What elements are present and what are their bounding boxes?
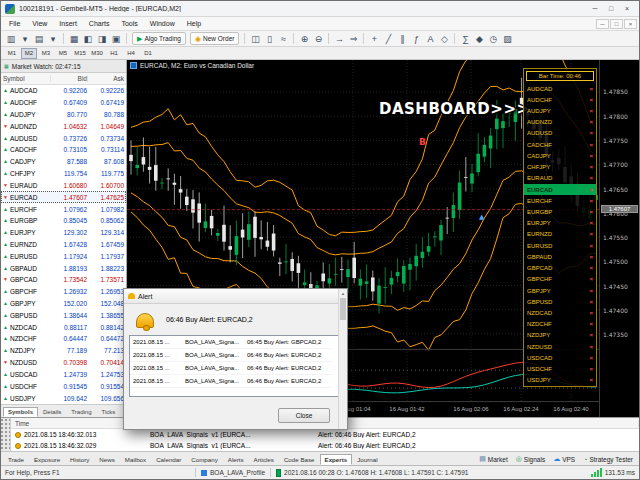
objects-icon[interactable]: ◆	[472, 32, 486, 46]
indicators-icon[interactable]: ∑	[458, 32, 472, 46]
one-click-trading-icon[interactable]	[130, 62, 137, 69]
tab-ticks[interactable]: Ticks	[96, 407, 120, 417]
market-watch-row[interactable]: ▲AUDJPY80.77080.788	[1, 109, 126, 121]
alert-row[interactable]: 2021.08.15 ...BOA_LAVA_Signa...06:46 Buy…	[130, 349, 332, 362]
column-header-message[interactable]: Message	[314, 420, 639, 427]
market-watch-row[interactable]: ▲USDCHF0.915450.91554	[1, 380, 126, 392]
close-icon[interactable]: ×	[589, 288, 593, 294]
navigator-icon[interactable]: ◨	[95, 32, 109, 46]
timeframe-m30[interactable]: M30	[89, 48, 105, 59]
close-icon[interactable]: ×	[589, 377, 593, 383]
dashboard-symbol-row[interactable]: EURNZD×	[524, 229, 596, 240]
timeframe-m5[interactable]: M5	[55, 48, 71, 59]
tab-exposure[interactable]: Exposure	[29, 454, 65, 465]
tab-details[interactable]: Details	[38, 407, 66, 417]
market-watch-row[interactable]: ▼EURCAD1.476071.47625	[1, 191, 126, 203]
market-watch-row[interactable]: ▲EURCHF1.079621.07982	[1, 203, 126, 215]
market-watch-row[interactable]: ▼GBPCAD1.735421.73571	[1, 274, 126, 286]
alert-row[interactable]: 2021.08.15 ...BOA_LAVA_Signa...06:46 Buy…	[130, 362, 332, 375]
close-icon[interactable]: ×	[589, 310, 593, 316]
dashboard-symbol-row[interactable]: CADCHF×	[524, 139, 596, 150]
dashboard-symbol-row[interactable]: GBPCHF×	[524, 274, 596, 285]
tab-trading[interactable]: Trading	[66, 407, 96, 417]
close-icon[interactable]: ×	[589, 119, 593, 125]
toolbox-icon[interactable]: ▣	[109, 32, 123, 46]
price-axis[interactable]: 1.478501.478001.477501.477001.476501.476…	[599, 60, 639, 417]
alert-list-scrollbar[interactable]: ▲	[338, 289, 347, 429]
candle-chart-icon[interactable]: ▯	[262, 32, 276, 46]
timeframe-m15[interactable]: M15	[72, 48, 88, 59]
close-icon[interactable]: ×	[589, 209, 593, 215]
close-icon[interactable]: ×	[589, 254, 593, 260]
alert-row[interactable]: 2021.08.15 ...BOA_LAVA_Signa...06:46 Buy…	[130, 375, 332, 388]
close-icon[interactable]: ×	[589, 164, 593, 170]
close-icon[interactable]: ×	[589, 265, 593, 271]
close-icon[interactable]: ×	[589, 299, 593, 305]
chart-minimize-button[interactable]: ─	[596, 19, 609, 29]
market-watch-row[interactable]: ▲AUDCAD0.922060.92226	[1, 85, 126, 97]
templates-icon[interactable]: ▨	[500, 32, 514, 46]
column-header-symbol[interactable]: Symbol	[3, 75, 50, 82]
dashboard-symbol-row[interactable]: USDJPY×	[524, 375, 596, 386]
market-watch-row[interactable]: ▲USDCAD1.247391.24753	[1, 369, 126, 381]
close-icon[interactable]: ×	[589, 366, 593, 372]
chart-close-button[interactable]: ×	[624, 19, 637, 29]
dashboard-symbol-row[interactable]: EURCHF×	[524, 195, 596, 206]
signals-button[interactable]: ◎Signals	[512, 453, 549, 465]
market-watch-row[interactable]: ▲EURGBP0.850450.85062	[1, 215, 126, 227]
tab-journal[interactable]: Journal	[352, 454, 382, 465]
chart-restore-button[interactable]: □	[610, 19, 623, 29]
market-watch-row[interactable]: ▲GBPAUD1.881931.88223	[1, 262, 126, 274]
market-watch-row[interactable]: ▲GBPUSD1.386441.38655	[1, 309, 126, 321]
dashboard-symbol-row[interactable]: EURGBP×	[524, 206, 596, 217]
algo-trading-button[interactable]: ▶Algo Trading	[132, 32, 186, 45]
tab-symbols[interactable]: Symbols	[3, 407, 38, 417]
alert-dialog-titlebar[interactable]: Alert	[124, 289, 347, 304]
text-tool-icon[interactable]: A	[423, 32, 437, 46]
market-watch-row[interactable]: ▲GBPJPY152.020152.048	[1, 298, 126, 310]
trendline-icon[interactable]: ╱	[381, 32, 395, 46]
zoom-in-icon[interactable]: ⊕	[297, 32, 311, 46]
tab-alerts[interactable]: Alerts	[223, 454, 249, 465]
timeframe-h4[interactable]: H4	[123, 48, 139, 59]
market-watch-icon[interactable]: ▦	[67, 32, 81, 46]
periods-icon[interactable]: ◷	[486, 32, 500, 46]
tab-mailbox[interactable]: Mailbox	[120, 454, 151, 465]
dashboard-symbol-row[interactable]: NZDCAD×	[524, 307, 596, 318]
dock-grip[interactable]	[1, 418, 11, 451]
tab-code-base[interactable]: Code Base	[279, 454, 320, 465]
minimize-button[interactable]: ─	[587, 3, 603, 15]
market-watch-row[interactable]: ▲EURUSD1.179241.17937	[1, 250, 126, 262]
dashboard-symbol-row[interactable]: GBPCAD×	[524, 263, 596, 274]
market-watch-row[interactable]: ▲EURNZD1.674281.67459	[1, 239, 126, 251]
menu-tools[interactable]: Tools	[115, 20, 143, 27]
market-watch-row[interactable]: ▲USDJPY109.642109.656	[1, 392, 126, 404]
profiles-icon[interactable]: ▤	[32, 32, 46, 46]
profile-name[interactable]: BOA_LAVA_Profile	[210, 469, 265, 476]
auto-scroll-icon[interactable]: →	[332, 32, 346, 46]
timeframe-h1[interactable]: H1	[106, 48, 122, 59]
bar-chart-icon[interactable]: ◫	[248, 32, 262, 46]
dashboard-symbol-row[interactable]: USDCAD×	[524, 352, 596, 363]
dashboard-symbol-row[interactable]: AUDNZD×	[524, 117, 596, 128]
close-button[interactable]: ×	[619, 3, 635, 15]
dashboard-symbol-row[interactable]: NZDUSD×	[524, 341, 596, 352]
scroll-up-icon[interactable]: ▲	[339, 289, 347, 297]
close-icon[interactable]: ×	[589, 142, 593, 148]
market-watch-row[interactable]: ▼NZDUSD0.703980.70414	[1, 357, 126, 369]
dashboard-symbol-row[interactable]: AUDUSD×	[524, 128, 596, 139]
market-watch-row[interactable]: ▲CHFJPY119.754119.775	[1, 168, 126, 180]
tab-trade[interactable]: Trade	[3, 454, 29, 465]
maximize-button[interactable]: □	[603, 3, 619, 15]
market-watch-row[interactable]: ▲CADJPY87.58887.608	[1, 156, 126, 168]
dashboard-symbol-row[interactable]: EURCAD×	[524, 184, 596, 195]
market-watch-row[interactable]: ▼AUDNZD1.046321.04649	[1, 120, 126, 132]
menu-help[interactable]: Help	[181, 20, 207, 27]
close-icon[interactable]: ×	[589, 355, 593, 361]
column-header-bid[interactable]: Bid	[50, 75, 87, 82]
fibonacci-icon[interactable]: ƒ	[409, 32, 423, 46]
close-icon[interactable]: ×	[589, 276, 593, 282]
market-watch-row[interactable]: ▼EURAUD1.606801.60700	[1, 180, 126, 192]
alert-list[interactable]: 2021.08.15 ...BOA_LAVA_Signa...06:45 Buy…	[129, 335, 342, 397]
tab-experts[interactable]: Experts	[320, 454, 353, 465]
